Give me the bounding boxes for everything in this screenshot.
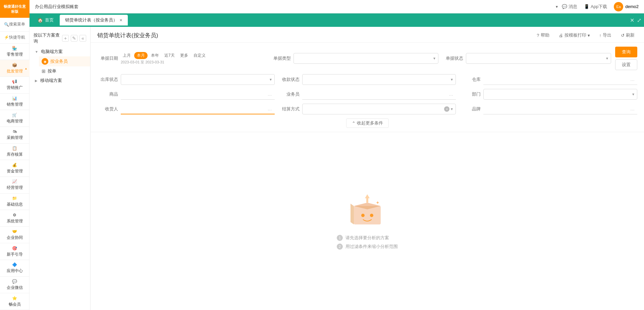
- sidebar-item-wechat[interactable]: 💬 企业微信: [0, 277, 30, 294]
- app-download-btn[interactable]: 📱 App下载: [584, 4, 607, 10]
- print-icon: 🖨: [559, 33, 563, 38]
- edit-scheme-btn[interactable]: ✎: [71, 35, 77, 42]
- date-range-text: 2023-03-01 至 2023-03-31: [121, 60, 266, 65]
- print-btn[interactable]: 🖨 按模板打印 ▾: [556, 31, 593, 40]
- sidebar-item-member[interactable]: ⭐ 畅会员: [0, 293, 30, 310]
- refresh-btn[interactable]: ↺ 刷新: [618, 31, 637, 40]
- date-btn-this-year[interactable]: 本年: [149, 52, 161, 59]
- retail-label: 零售管理: [7, 52, 23, 57]
- filter-row-3: 商品 … 业务员 … 部门: [97, 89, 637, 100]
- payment-select[interactable]: × ▾: [302, 104, 456, 114]
- wechat-label: 企业微信: [7, 285, 23, 291]
- sidebar-item-operation[interactable]: 📈 经营管理: [0, 177, 30, 194]
- receiver-input[interactable]: …: [121, 104, 275, 114]
- date-label: 单据日期: [97, 55, 121, 61]
- user-avatar-btn[interactable]: Ea demo2: [614, 2, 639, 11]
- empty-text: 1 请先选择要分析的方案 2 用过滤条件来缩小分析范围: [337, 235, 398, 250]
- marketing-label: 营销推广: [7, 85, 23, 91]
- tree-item-pc[interactable]: ▼ 电脑端方案: [30, 47, 90, 56]
- sidebar-item-retail[interactable]: 🏪 零售管理: [0, 44, 30, 60]
- filter-receiver-field: 收货人 …: [97, 104, 275, 114]
- logo-text: 畅捷通好生意: [4, 4, 26, 9]
- tree-item-by-order[interactable]: ⊞ 按单: [39, 66, 90, 76]
- tree-item-mobile[interactable]: ▶ 移动端方案: [30, 76, 90, 85]
- sidebar-item-basic[interactable]: 📁 基础信息: [0, 194, 30, 210]
- goods-input[interactable]: …: [121, 89, 275, 100]
- tree-mobile-expand-icon: ▶: [35, 79, 38, 83]
- tabbar: 🏠 首页 销货单统计表（按业务员） ✕ ✕ ⤢: [30, 13, 644, 27]
- page-header: 销货单统计表(按业务员) ? 帮助 🖨 按模板打印 ▾ ↑: [91, 27, 644, 43]
- warehouse-input[interactable]: …: [483, 74, 637, 85]
- date-btn-more[interactable]: 更多: [178, 52, 190, 59]
- refresh-label: 刷新: [626, 32, 635, 38]
- window-expand-btn[interactable]: ⤢: [637, 17, 641, 23]
- enterprise-icon: 🤝: [12, 229, 17, 234]
- filter-row-1: 单据日期 上月 本月 本年 近7天 更多 自定义 20: [97, 47, 637, 70]
- filter-out-field: 出库状态 ▾: [97, 74, 275, 85]
- filter-payment-field: 结算方式 × ▾: [279, 104, 456, 114]
- empty-illustration: ✦ ·: [345, 193, 389, 229]
- date-btn-7days[interactable]: 近7天: [162, 52, 177, 59]
- newuser-icon: 🎯: [12, 246, 17, 251]
- topbar-dropdown[interactable]: ▾: [556, 4, 558, 9]
- settings-button[interactable]: 设置: [615, 59, 637, 70]
- receiver-dots: …: [268, 106, 272, 111]
- staff-input[interactable]: …: [302, 89, 456, 100]
- help-btn[interactable]: ? 帮助: [534, 31, 552, 40]
- basic-icon: 📁: [12, 196, 17, 201]
- quick-nav-label: 快捷导航: [9, 35, 25, 40]
- window-close-btn[interactable]: ✕: [630, 17, 634, 23]
- date-btn-this-month[interactable]: 本月: [134, 52, 148, 59]
- out-select[interactable]: ▾: [121, 74, 275, 85]
- add-scheme-btn[interactable]: +: [62, 35, 69, 42]
- date-btn-custom[interactable]: 自定义: [192, 52, 208, 59]
- pay-select[interactable]: ▾: [302, 74, 456, 85]
- tree-item-by-staff[interactable]: ◉ 按业务员: [39, 56, 90, 66]
- brand-input[interactable]: …: [483, 104, 637, 114]
- sidebar-item-sales[interactable]: 📊 销售管理: [0, 94, 30, 110]
- avatar-text: Ea: [616, 5, 621, 9]
- tab-sales-stats[interactable]: 销货单统计表（按业务员） ✕: [60, 15, 128, 25]
- staff-label: 业务员: [279, 91, 302, 97]
- sidebar-item-enterprise[interactable]: 🤝 企业协同: [0, 227, 30, 244]
- retail-icon: 🏪: [12, 46, 17, 51]
- date-btn-last-month[interactable]: 上月: [121, 52, 133, 59]
- tab-close-icon[interactable]: ✕: [119, 18, 122, 22]
- out-label: 出库状态: [97, 76, 121, 83]
- sidebar-item-newuser[interactable]: 🎯 新手引导: [0, 243, 30, 260]
- action-buttons: 查询 设置: [615, 47, 637, 70]
- export-btn[interactable]: ↑ 导出: [597, 31, 614, 40]
- main-content: 销货单统计表(按业务员) ? 帮助 🖨 按模板打印 ▾ ↑: [91, 27, 644, 310]
- query-button[interactable]: 查询: [615, 47, 637, 57]
- tree-order-label: 按单: [48, 68, 56, 74]
- sidebar-item-system[interactable]: ⚙ 系统管理: [0, 210, 30, 227]
- sidebar: 畅捷通好生意 标版 🔍 搜索菜单 ⚡ 快捷导航 🏪 零售管理 📦 批发管理 📢 …: [0, 0, 30, 310]
- sidebar-item-finance[interactable]: 💰 资金管理: [0, 160, 30, 177]
- type-select[interactable]: ▾: [293, 53, 439, 64]
- left-panel: 按以下方案查询 + ✎ « ▼ 电脑端方案 ◉ 按业务员: [30, 27, 91, 310]
- dept-select[interactable]: ▾: [483, 89, 637, 100]
- member-icon: ⭐: [12, 296, 17, 301]
- sidebar-item-inventory[interactable]: 📋 库存核算: [0, 144, 30, 160]
- filter-date-field: 单据日期 上月 本月 本年 近7天 更多 自定义 20: [97, 52, 266, 65]
- sidebar-item-appstore[interactable]: 🔷 应用中心: [0, 260, 30, 277]
- message-btn[interactable]: 💬 消息: [562, 4, 577, 10]
- sidebar-item-ecommerce[interactable]: 🛒 电商管理: [0, 110, 30, 127]
- message-icon: 💬: [562, 4, 567, 9]
- message-label: 消息: [569, 4, 577, 10]
- inventory-label: 库存核算: [7, 152, 23, 157]
- username-label: demo2: [625, 4, 639, 9]
- collapse-panel-btn[interactable]: «: [79, 35, 86, 42]
- goods-dots: …: [268, 92, 272, 97]
- sidebar-item-purchase[interactable]: 🛍 采购管理: [0, 127, 30, 144]
- tab-home[interactable]: 🏠 首页: [32, 15, 59, 25]
- status-select[interactable]: ▾: [466, 53, 611, 64]
- sidebar-quick-nav[interactable]: ⚡ 快捷导航: [0, 32, 30, 44]
- wechat-icon: 💬: [12, 279, 17, 284]
- sidebar-item-wholesale[interactable]: 📦 批发管理: [0, 60, 30, 77]
- collapse-btn[interactable]: ⌃ 收起更多条件: [346, 118, 389, 128]
- sidebar-item-marketing[interactable]: 📢 营销推广: [0, 77, 30, 94]
- payment-clear-btn[interactable]: ×: [444, 106, 449, 112]
- tabbar-actions: ✕ ⤢: [630, 17, 641, 23]
- sidebar-search[interactable]: 🔍 搜索菜单: [0, 18, 30, 31]
